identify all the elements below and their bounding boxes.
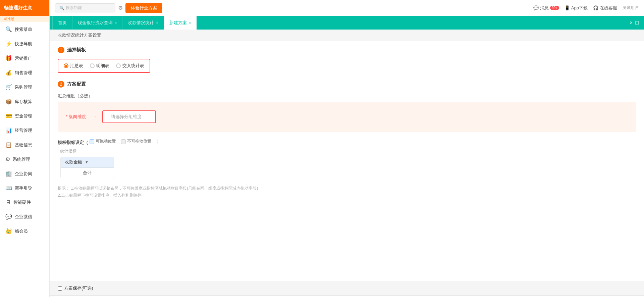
sidebar-item-sales[interactable]: 💰 销售管理	[0, 65, 49, 80]
content-area: 收款情况统计方案设置 1 选择模板 汇总表 明细	[50, 30, 644, 297]
service-icon: 🎧	[593, 5, 598, 10]
sidebar-item-quick-nav[interactable]: ⚡ 快捷导航	[0, 37, 49, 51]
sidebar-item-label: 基础信息	[15, 142, 32, 148]
tab-bank-flow[interactable]: 现金银行流水查询 ×	[72, 16, 122, 30]
sidebar-item-label: 搜索菜单	[15, 27, 32, 33]
radio-cross[interactable]: 交叉统计表	[116, 63, 144, 69]
sidebar-item-marketing[interactable]: 🎁 营销推广	[0, 51, 49, 65]
search-menu-icon: 🔍	[5, 26, 12, 33]
window-maximize-icon[interactable]: □	[635, 20, 639, 26]
dimension-group-label: 汇总维度（必选）	[58, 93, 636, 99]
tip-2-text: 2.点击标题栏下拉可设置排序、插入列和删除列	[58, 192, 142, 199]
dimension-area: * 纵向维度 → 请选择分组维度	[58, 102, 636, 132]
radio-detail-label: 明细表	[96, 63, 109, 69]
metrics-section-label: 统计指标	[60, 148, 114, 154]
inventory-icon: 📦	[5, 98, 12, 105]
save-checkbox-text: 方案保存(可选)	[64, 285, 93, 291]
metrics-header-row: 模板指标设定（ 可拖动位置 不可拖动位置 ）	[58, 139, 636, 146]
topbar: 🔍 搜索功能 ⚙ 体验行业方案 💬 消息 99+ 📱 App下载 🎧 在线客服 …	[50, 0, 644, 16]
download-button[interactable]: 📱 App下载	[565, 5, 588, 11]
tip-line-1: 提示： 1.拖动标题栏可以调整布局，不可跨维度或指标区域拖动栏目字段(只能在同一…	[58, 185, 636, 192]
section1-header: 1 选择模板	[58, 47, 636, 53]
base-info-icon: 📋	[5, 142, 12, 148]
notification-label: 消息	[540, 5, 549, 11]
radio-summary-label: 汇总表	[70, 63, 83, 69]
sidebar-item-label: 企业协同	[15, 171, 32, 177]
save-checkbox[interactable]	[58, 286, 62, 291]
metrics-setting-label: 模板指标设定（ 可拖动位置 不可拖动位置 ）	[58, 139, 161, 146]
radio-summary[interactable]: 汇总表	[64, 63, 83, 69]
tab-collection-stats-label: 收款情况统计	[128, 20, 154, 26]
capital-icon: 💳	[5, 113, 12, 119]
service-label: 在线客服	[600, 5, 617, 11]
sidebar-item-label: 新手引导	[15, 185, 32, 191]
search-box[interactable]: 🔍 搜索功能	[55, 3, 115, 12]
member-icon: 👑	[5, 228, 12, 234]
sidebar-item-operations[interactable]: 📊 经营管理	[0, 123, 49, 138]
tab-home[interactable]: 首页	[52, 16, 72, 30]
sidebar-item-system[interactable]: ⚙ 系统管理	[0, 152, 49, 166]
tab-home-label: 首页	[58, 20, 67, 26]
tab-bank-flow-label: 现金银行流水查询	[78, 20, 113, 26]
nav-tabs: 首页 现金银行流水查询 × 收款情况统计 × 新建方案 × × □	[50, 16, 644, 30]
tab-bank-flow-close[interactable]: ×	[115, 21, 117, 25]
service-button[interactable]: 🎧 在线客服	[593, 5, 617, 11]
system-icon: ⚙	[5, 156, 10, 162]
page-header: 收款情况统计方案设置	[50, 30, 644, 41]
section2-number: 2	[58, 81, 64, 88]
non-draggable-legend: 不可拖动位置	[121, 139, 151, 144]
action-bar: 取消 查询	[50, 295, 644, 297]
drag-legend: 可拖动位置 不可拖动位置 ）	[90, 139, 161, 144]
tab-collection-stats-close[interactable]: ×	[156, 21, 158, 25]
tab-new-plan[interactable]: 新建方案 ×	[164, 16, 197, 30]
metrics-header-label: 收款金额	[65, 159, 82, 165]
section2-header: 2 方案配置	[58, 81, 636, 88]
sidebar-item-search[interactable]: 🔍 搜索菜单	[0, 22, 49, 37]
sidebar-item-label: 智能硬件	[13, 199, 31, 205]
sidebar: 畅捷通好生意 标准版 🔍 搜索菜单 ⚡ 快捷导航 🎁 营销推广 💰 销售管理 🛒…	[0, 0, 50, 297]
dimension-select[interactable]: 请选择分组维度	[102, 110, 156, 123]
notification-button[interactable]: 💬 消息 99+	[533, 5, 559, 11]
radio-summary-circle	[64, 63, 68, 68]
tab-new-plan-close[interactable]: ×	[189, 21, 191, 25]
tab-collection-stats[interactable]: 收款情况统计 ×	[122, 16, 164, 30]
smart-hw-icon: 🖥	[5, 199, 11, 205]
metrics-table: 收款金额 ▼ 合计	[60, 157, 114, 178]
radio-detail-circle	[90, 63, 95, 68]
metrics-dropdown-arrow-icon[interactable]: ▼	[85, 160, 89, 164]
sidebar-item-beginner[interactable]: 📖 新手引导	[0, 181, 49, 195]
sidebar-item-member[interactable]: 👑 畅会员	[0, 224, 49, 238]
sidebar-item-purchase[interactable]: 🛒 采购管理	[0, 80, 49, 94]
template-selection-box: 汇总表 明细表 交叉统计表	[58, 59, 150, 73]
save-checkbox-label[interactable]: 方案保存(可选)	[58, 285, 93, 291]
draggable-legend: 可拖动位置	[90, 139, 116, 144]
dimension-select-placeholder: 请选择分组维度	[111, 114, 142, 119]
draggable-indicator	[90, 139, 94, 144]
window-close-icon[interactable]: ×	[630, 20, 633, 26]
draggable-label: 可拖动位置	[96, 139, 116, 144]
user-name: 测试用户	[623, 5, 639, 11]
sales-icon: 💰	[5, 69, 12, 76]
sidebar-item-smart-hw[interactable]: 🖥 智能硬件	[0, 195, 49, 209]
sidebar-item-inventory[interactable]: 📦 库存核算	[0, 94, 49, 109]
topbar-left: 🔍 搜索功能 ⚙ 体验行业方案	[55, 3, 162, 13]
sidebar-item-base-info[interactable]: 📋 基础信息	[0, 138, 49, 152]
window-controls: × □	[630, 20, 641, 26]
breadcrumb: 收款情况统计方案设置	[58, 33, 101, 38]
radio-cross-label: 交叉统计表	[122, 63, 144, 69]
sidebar-item-wechat[interactable]: 💬 企业微信	[0, 209, 49, 224]
sidebar-item-enterprise[interactable]: 🏢 企业协同	[0, 166, 49, 181]
search-placeholder: 搜索功能	[66, 5, 82, 11]
gear-icon[interactable]: ⚙	[118, 5, 123, 11]
sidebar-item-label: 资金管理	[15, 113, 32, 119]
trial-button[interactable]: 体验行业方案	[125, 3, 162, 13]
sidebar-item-label: 系统管理	[13, 156, 30, 162]
page-footer: 方案保存(可选)	[50, 281, 644, 295]
dimension-row: * 纵向维度 → 请选择分组维度	[66, 110, 156, 123]
radio-detail[interactable]: 明细表	[90, 63, 109, 69]
sidebar-item-capital[interactable]: 💳 资金管理	[0, 109, 49, 123]
metrics-table-header[interactable]: 收款金额 ▼	[61, 157, 114, 167]
search-icon: 🔍	[59, 6, 64, 10]
tip-line-2: 2.点击标题栏下拉可设置排序、插入列和删除列	[58, 192, 636, 199]
notification-icon: 💬	[533, 5, 539, 10]
